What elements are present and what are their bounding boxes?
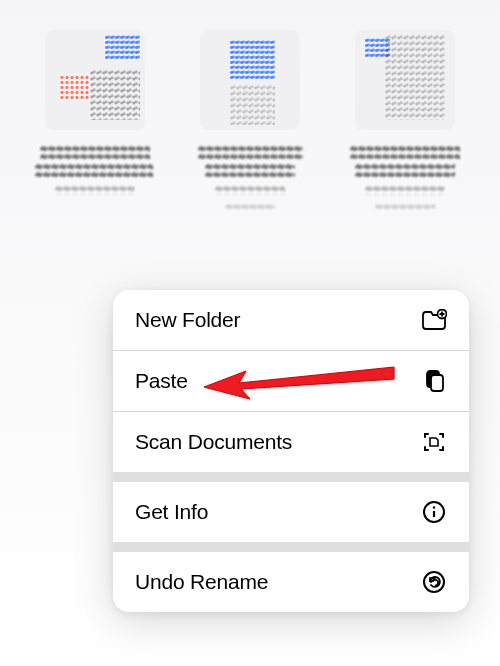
menu-item-get-info[interactable]: Get Info xyxy=(113,482,469,542)
file-grid xyxy=(0,0,500,225)
menu-item-paste[interactable]: Paste xyxy=(113,351,469,411)
svg-rect-4 xyxy=(431,375,443,391)
svg-point-8 xyxy=(424,572,444,592)
menu-item-label: Get Info xyxy=(135,500,208,524)
file-item xyxy=(340,30,470,225)
menu-item-undo-rename[interactable]: Undo Rename xyxy=(113,552,469,612)
file-caption xyxy=(190,145,310,225)
svg-point-7 xyxy=(433,506,435,508)
file-caption xyxy=(35,145,155,225)
paste-icon xyxy=(421,368,447,394)
menu-item-label: Scan Documents xyxy=(135,430,292,454)
menu-item-new-folder[interactable]: New Folder xyxy=(113,290,469,350)
file-thumbnail xyxy=(355,30,455,130)
menu-item-label: Paste xyxy=(135,369,188,393)
menu-item-label: New Folder xyxy=(135,308,240,332)
undo-icon xyxy=(421,569,447,595)
file-caption xyxy=(345,145,465,225)
info-icon xyxy=(421,499,447,525)
scan-icon xyxy=(421,429,447,455)
menu-item-label: Undo Rename xyxy=(135,570,268,594)
new-folder-icon xyxy=(421,307,447,333)
menu-item-scan-documents[interactable]: Scan Documents xyxy=(113,412,469,472)
file-item xyxy=(30,30,160,225)
menu-divider-thick xyxy=(113,472,469,482)
menu-divider-thick xyxy=(113,542,469,552)
file-item xyxy=(185,30,315,225)
file-thumbnail xyxy=(200,30,300,130)
context-menu: New Folder Paste Scan Documents xyxy=(113,290,469,612)
file-thumbnail xyxy=(45,30,145,130)
